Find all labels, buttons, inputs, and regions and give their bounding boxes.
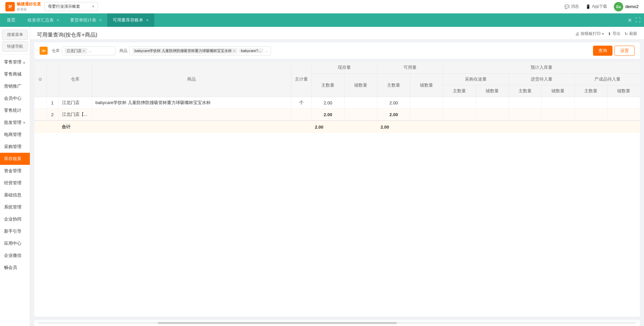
th-purchase-pending: 进货待入量 [509,74,575,85]
expand-filter-button[interactable]: ≫ [40,47,48,55]
expand-window-icon[interactable]: ⛶ [635,17,641,23]
sidebar-item-marketing[interactable]: 营销推广 [0,80,30,92]
page-header-actions: 🖨 按模板打印 ▾ ⬆ 导出 ↻ 刷新 [575,31,637,39]
page-title: 可用量查询(按仓库+商品) [37,32,97,39]
th-warehouse: 仓库 [58,62,92,97]
industry-selector[interactable]: 母婴行业演示账套 ▾ [44,2,98,11]
chevron-up-icon: ▲ [22,60,26,64]
warehouse-input[interactable]: 江北门店 ✕ ... [62,46,115,55]
quick-nav-button[interactable]: 快捷导航 [2,41,28,52]
summary-current-main: 2.00 [312,121,344,133]
content-area: 可用量查询(按仓库+商品) 🖨 按模板打印 ▾ ⬆ 导出 ↻ 刷新 ≫ [30,27,644,326]
inventory-table: ⚙ 仓库 商品 主计量 现存量 可用量 预计入库量 主数量 辅数量 主数量 [34,62,640,133]
cell-purchase-aux [476,97,509,109]
message-action[interactable]: 💬 消息 [565,4,579,9]
export-button[interactable]: ⬆ 导出 [608,31,621,37]
sidebar-item-retail-store[interactable]: 零售商城 [0,68,30,80]
summary-prod-main [575,121,607,133]
tab-orders[interactable]: 要货单统计表 ✕ [65,13,107,27]
top-bar-left: 好 畅捷通好生意 标准版 母婴行业演示账套 ▾ [5,1,98,12]
query-button[interactable]: 查询 [593,46,612,56]
cell-pending-main-2 [509,109,542,121]
cell-warehouse: 江北门店 [58,97,92,109]
print-button[interactable]: 🖨 按模板打印 ▾ [575,31,604,37]
refresh-button[interactable]: ↻ 刷新 [625,31,637,37]
tab-home[interactable]: 首页 [0,13,22,27]
close-orders-icon[interactable]: ✕ [99,18,102,22]
refresh-icon: ↻ [625,32,628,36]
tab-inventory[interactable]: 可用量库存账本 ✕ [107,13,154,27]
sidebar-item-basics[interactable]: 基础信息 [0,189,30,201]
th-index [46,62,58,97]
download-action[interactable]: 📱 App下载 [586,4,607,9]
th-prod-main: 主数量 [575,85,607,97]
sidebar-item-newbie[interactable]: 新手引导 [0,225,30,237]
main-layout: 搜索菜单 快捷导航 零售管理 ▲ 零售商城 营销推广 会员中心 零售统计 批发管… [0,27,644,326]
th-gear[interactable]: ⚙ [34,62,46,97]
tab-receipts[interactable]: 收发存汇总表 ✕ [22,13,65,27]
th-current-main: 主数量 [312,74,344,97]
scrollbar-thumb[interactable] [158,322,397,324]
summary-purchase-aux [476,121,509,133]
sidebar-item-purchase[interactable]: 采购管理 [0,141,30,153]
sidebar-item-wholesale[interactable]: 批发管理 ▼ [0,117,30,129]
username: demo2 [625,4,639,9]
cell-pending-aux-2 [542,109,575,121]
summary-pending-aux [542,121,575,133]
product-tag-1-close[interactable]: ✕ [233,49,235,53]
cell-prod-aux-2 [607,109,640,121]
sidebar-item-apps[interactable]: 应用中心 [0,237,30,249]
settings-button[interactable]: 设置 [614,46,635,56]
product-tag-1: babycare学饮杯 儿童防摔防撞吸管杯重力球吸嘴杯宝宝水杯 ✕ [132,48,237,54]
gear-icon[interactable]: ⚙ [38,77,42,82]
summary-row: 合计 2.00 2.00 [34,121,640,133]
cell-product-2 [92,109,291,121]
th-pending-aux: 辅数量 [542,85,575,97]
summary-label: 合计 [58,121,312,133]
sidebar-item-retail-mgmt[interactable]: 零售管理 ▲ [0,56,30,68]
th-production-pending: 产成品待入量 [575,74,640,85]
chevron-down-icon: ▾ [602,32,604,36]
sidebar-item-wechat[interactable]: 企业微信 [0,249,30,262]
cell-gear-2 [34,109,46,121]
sidebar-item-operations[interactable]: 经营管理 [0,177,30,189]
cell-avail-main-2: 2.00 [377,109,410,121]
sidebar-item-member[interactable]: 会员中心 [0,92,30,104]
cell-avail-aux-2 [410,109,443,121]
summary-prod-aux [607,121,640,133]
sidebar-item-system[interactable]: 系统管理 [0,201,30,213]
cell-current-aux-2 [344,109,377,121]
warehouse-label: 仓库 [52,48,60,54]
sidebar-item-retail-stats[interactable]: 零售统计 [0,104,30,117]
cell-index: 1 [46,97,58,109]
cell-pending-aux [542,97,575,109]
scrollbar-track[interactable] [38,322,636,324]
close-window-icon[interactable]: ✕ [628,17,632,24]
table-row: 2 江北门店【... 2.00 2.00 [34,109,640,121]
warehouse-more: ... [89,48,92,53]
cell-index-2: 2 [46,109,58,121]
filter-area: ≫ 仓库 江北门店 ✕ ... 商品 babycare学饮杯 儿童防摔防撞吸管杯… [34,42,640,59]
avatar: Ea [614,2,623,11]
cell-purchase-main [443,97,476,109]
close-receipts-icon[interactable]: ✕ [56,18,59,22]
download-icon: 📱 [586,4,591,9]
search-menu-button[interactable]: 搜索菜单 [2,30,28,40]
product-input[interactable]: babycare学饮杯 儿童防摔防撞吸管杯重力球吸嘴杯宝宝水杯 ✕ babyca… [129,46,271,55]
th-current-aux: 辅数量 [344,74,377,97]
cell-avail-aux [410,97,443,109]
user-area[interactable]: Ea demo2 [614,2,639,11]
sidebar-item-inventory-check[interactable]: 库存核算 [0,153,30,165]
page-header: 可用量查询(按仓库+商品) 🖨 按模板打印 ▾ ⬆ 导出 ↻ 刷新 [30,27,644,40]
summary-avail-aux [410,121,443,133]
th-purchase-main: 主数量 [443,85,476,97]
close-inventory-icon[interactable]: ✕ [146,18,149,22]
sidebar-item-vip[interactable]: 畅会员 [0,262,30,274]
sidebar-item-ecommerce[interactable]: 电商管理 [0,129,30,141]
sidebar-item-enterprise[interactable]: 企业协同 [0,213,30,225]
warehouse-tag-close[interactable]: ✕ [83,49,85,53]
cell-prod-aux [607,97,640,109]
cell-purchase-main-2 [443,109,476,121]
table-row: 1 江北门店 babycare学饮杯 儿童防摔防撞吸管杯重力球吸嘴杯宝宝水杯 个… [34,97,640,109]
sidebar-item-finance[interactable]: 资金管理 [0,165,30,177]
